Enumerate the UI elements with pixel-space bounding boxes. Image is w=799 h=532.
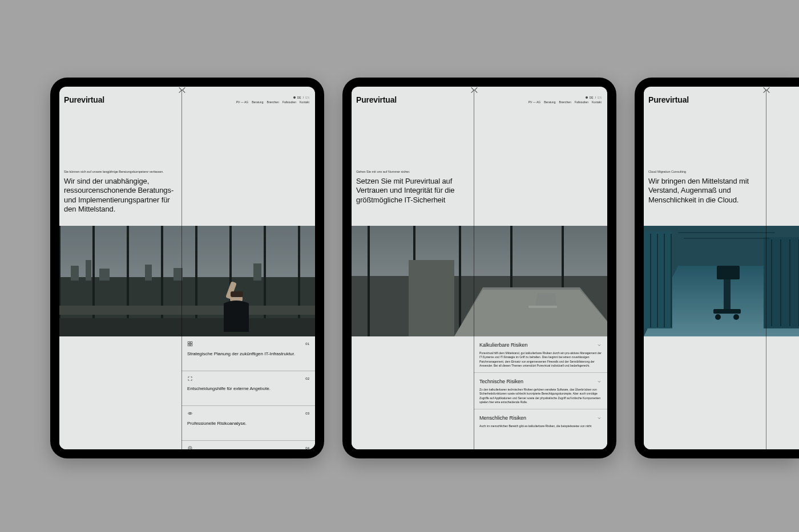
list-item[interactable]: 04 (181, 440, 315, 449)
intro-block: Sie können sich auf unsere langjährige B… (64, 170, 184, 214)
header-right: DE / EN PV — AG Beratung Branchen Fallst… (528, 96, 602, 104)
lang-current: DE (297, 96, 301, 99)
nav-item-fallstudien[interactable]: Fallstudien (575, 100, 588, 104)
nav-item-pvag[interactable]: PV — AG (236, 100, 248, 104)
intro-block: Cloud Migration Consulting Wir bringen d… (648, 170, 768, 205)
tablet-device-1: Purevirtual DE / EN PV — AG Beratung Bra… (50, 78, 324, 458)
lang-alt: EN (598, 96, 602, 99)
intro-kicker: Sie können sich auf unsere langjährige B… (64, 170, 184, 173)
nav-item-fallstudien[interactable]: Fallstudien (283, 100, 296, 104)
nav-item-kontakt[interactable]: Kontakt (592, 100, 602, 104)
globe-icon (586, 96, 588, 99)
accordion-body: Purevirtual hilft dem Mittelstand, gut k… (479, 351, 602, 368)
screen-3: Purevirtual Cloud Migration Consulting W… (644, 87, 799, 449)
accordion-item-menschlich[interactable]: Menschliche Risiken Auch im menschlichen… (474, 409, 607, 433)
list-item[interactable]: 02 Entscheidungshilfe für externe Angebo… (181, 371, 315, 405)
list-label: Professionelle Risikoanalyse. (187, 421, 309, 427)
lang-sep: / (595, 96, 596, 99)
compass-divider-icon (181, 90, 182, 449)
list-label: Entscheidungshilfe für externe Angebote. (187, 386, 309, 392)
screen-2: Purevirtual DE / EN PV — AG Beratung Bra… (352, 87, 607, 449)
accordion-title: Technische Risiken (479, 379, 523, 384)
hero-image-office-desk (352, 226, 607, 336)
list-label: Strategische Planung der zukünftigen IT-… (187, 351, 309, 357)
list-item[interactable]: 03 Professionelle Risikoanalyse. (181, 405, 315, 440)
list-number: 01 (305, 342, 309, 346)
brand-wordmark[interactable]: Purevirtual (64, 95, 104, 104)
accordion-title: Menschliche Risiken (479, 415, 526, 421)
lang-alt: EN (305, 96, 309, 99)
chevron-down-icon (597, 343, 602, 347)
chevron-down-icon (597, 379, 602, 384)
globe-icon (293, 96, 296, 99)
hero-image-office-man (59, 226, 315, 336)
risk-accordion: Kalkulierbare Risiken Purevirtual hilft … (474, 336, 607, 449)
header-right: DE / EN PV — AG Beratung Branchen Fallst… (236, 96, 309, 104)
svg-rect-21 (59, 226, 315, 336)
below-hero: 01 Strategische Planung der zukünftigen … (59, 336, 315, 449)
intro-headline: Wir sind der unabhängige, ressourcenscho… (64, 177, 184, 214)
intro-kicker: Cloud Migration Consulting (648, 170, 768, 173)
primary-nav: PV — AG Beratung Branchen Fallstudien Ko… (236, 100, 309, 104)
intro-headline: Wir bringen den Mittelstand mit Verstand… (648, 177, 768, 205)
nav-item-kontakt[interactable]: Kontakt (300, 100, 309, 104)
brand-wordmark[interactable]: Purevirtual (648, 95, 689, 104)
svg-rect-41 (352, 226, 607, 336)
accordion-title: Kalkulierbare Risiken (479, 342, 528, 348)
nav-item-branchen[interactable]: Branchen (267, 100, 279, 104)
svg-point-26 (189, 413, 191, 414)
screen-1: Purevirtual DE / EN PV — AG Beratung Bra… (59, 87, 315, 449)
intro-block: Gehen Sie mit uns auf Nummer sicher. Set… (356, 170, 476, 205)
hero-image-server-hall (644, 226, 799, 336)
nav-item-branchen[interactable]: Branchen (559, 100, 571, 104)
list-number: 02 (305, 377, 309, 380)
nav-item-beratung[interactable]: Beratung (252, 100, 263, 104)
chevron-down-icon (597, 416, 602, 420)
accordion-body: Zu den kalkulierbaren technischen Risike… (479, 388, 602, 404)
site-header: Purevirtual (644, 87, 799, 113)
tablet-device-3: Purevirtual Cloud Migration Consulting W… (635, 78, 799, 458)
list-item[interactable]: 01 Strategische Planung der zukünftigen … (181, 336, 315, 371)
expand-icon (187, 376, 193, 381)
below-hero: Kalkulierbare Risiken Purevirtual hilft … (352, 336, 607, 449)
list-number: 03 (305, 412, 309, 415)
compass-divider-icon (474, 90, 474, 449)
svg-point-28 (189, 448, 191, 449)
grid-icon (187, 341, 193, 347)
svg-rect-25 (191, 344, 192, 346)
svg-rect-24 (188, 344, 189, 346)
below-hero (644, 336, 799, 449)
language-switch[interactable]: DE / EN (586, 96, 602, 99)
svg-rect-62 (644, 226, 799, 336)
intro-headline: Setzen Sie mit Purevirtual auf Vertrauen… (356, 177, 476, 205)
list-number: 04 (305, 446, 309, 449)
brand-wordmark[interactable]: Purevirtual (356, 95, 397, 104)
nav-item-beratung[interactable]: Beratung (544, 100, 555, 104)
mockup-stage: Purevirtual DE / EN PV — AG Beratung Bra… (0, 0, 799, 532)
compass-divider-icon (766, 90, 766, 449)
nav-item-pvag[interactable]: PV — AG (528, 100, 540, 104)
services-list: 01 Strategische Planung der zukünftigen … (181, 336, 315, 449)
svg-rect-22 (188, 342, 189, 343)
lang-sep: / (303, 96, 304, 99)
accordion-body: Auch im menschlichen Bereich gibt es kal… (479, 424, 602, 428)
eye-icon (187, 411, 193, 416)
language-switch[interactable]: DE / EN (293, 96, 309, 99)
accordion-item-kalkulierbar[interactable]: Kalkulierbare Risiken Purevirtual hilft … (474, 336, 607, 372)
svg-rect-23 (191, 342, 192, 343)
intro-kicker: Gehen Sie mit uns auf Nummer sicher. (356, 170, 476, 173)
primary-nav: PV — AG Beratung Branchen Fallstudien Ko… (528, 100, 602, 104)
accordion-item-technisch[interactable]: Technische Risiken Zu den kalkulierbaren… (474, 372, 607, 409)
lang-current: DE (590, 96, 594, 99)
target-icon (187, 445, 193, 449)
tablet-device-2: Purevirtual DE / EN PV — AG Beratung Bra… (342, 78, 616, 458)
